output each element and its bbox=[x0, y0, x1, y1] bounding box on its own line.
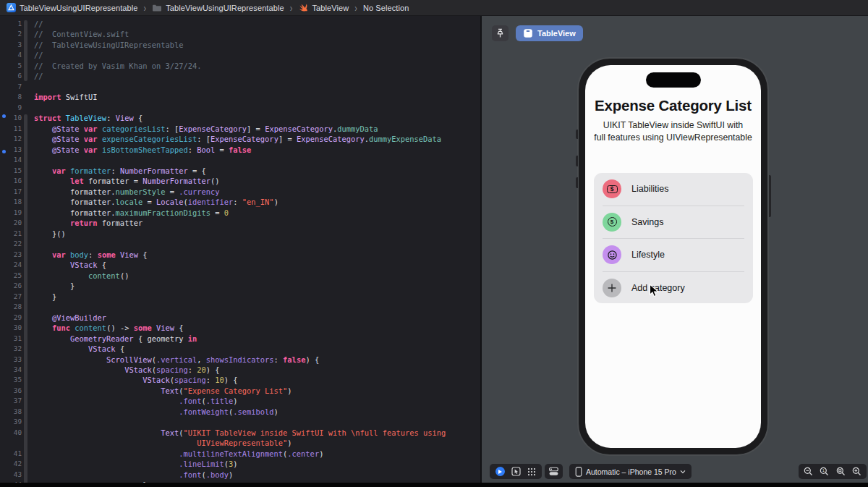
device-picker[interactable]: Automatic – iPhone 15 Pro bbox=[569, 464, 692, 479]
line-number[interactable]: 14 bbox=[0, 155, 22, 165]
breadcrumb-project[interactable]: TableViewUsingUIRepresentable bbox=[6, 3, 138, 13]
line-number[interactable]: 43 bbox=[0, 470, 22, 480]
select-cursor-icon bbox=[511, 467, 521, 476]
code-line: 18 formatter.locale = Locale(identifier:… bbox=[0, 197, 480, 207]
code-text: .fontWeight(.semibold) bbox=[34, 407, 278, 417]
line-number[interactable]: 37 bbox=[0, 396, 22, 406]
code-line: 31 GeometryReader { geometry in bbox=[0, 334, 480, 344]
line-number[interactable]: 23 bbox=[0, 250, 22, 260]
line-number[interactable]: 4 bbox=[0, 50, 22, 60]
breadcrumb-label: TableViewUsingUIRepresentable bbox=[20, 4, 138, 12]
line-number[interactable]: 40 bbox=[0, 428, 22, 438]
line-number[interactable]: 42 bbox=[0, 459, 22, 469]
line-number[interactable]: 8 bbox=[0, 92, 22, 102]
breadcrumb-group[interactable]: TableViewUsingUIRepresentable bbox=[152, 3, 284, 13]
code-line: 43 .font(.body) bbox=[0, 470, 480, 480]
play-icon bbox=[495, 467, 505, 476]
pane-divider[interactable] bbox=[480, 16, 482, 487]
preview-tab-tableview[interactable]: TableView bbox=[516, 25, 583, 41]
iphone-screen: Expense Category List UIKIT TableView in… bbox=[585, 65, 761, 448]
line-number[interactable]: 30 bbox=[0, 323, 22, 333]
code-line: 2// ContentView.swift bbox=[0, 29, 480, 39]
code-line: 16 let formatter = NumberFormatter() bbox=[0, 176, 480, 186]
line-number[interactable]: 11 bbox=[0, 124, 22, 134]
line-number[interactable]: 7 bbox=[0, 82, 22, 92]
zoom-100-button[interactable]: 1 bbox=[818, 465, 831, 478]
line-number[interactable]: 32 bbox=[0, 344, 22, 354]
canvas-device-icon bbox=[523, 28, 533, 38]
code-line: 28 bbox=[0, 302, 480, 312]
breadcrumb-selection[interactable]: No Selection bbox=[363, 4, 409, 12]
code-line: 29 @ViewBuilder bbox=[0, 313, 480, 323]
line-number[interactable]: 29 bbox=[0, 313, 22, 323]
variants-mode-button[interactable] bbox=[525, 465, 538, 478]
row-savings[interactable]: $Savings bbox=[594, 206, 753, 239]
line-number[interactable]: 21 bbox=[0, 229, 22, 239]
line-number[interactable]: 5 bbox=[0, 61, 22, 71]
selectable-mode-button[interactable] bbox=[509, 465, 522, 478]
code-text: import SwiftUI bbox=[34, 92, 98, 102]
code-text: UIViewRepresentable") bbox=[34, 438, 292, 448]
line-number[interactable]: 15 bbox=[0, 166, 22, 176]
line-number[interactable]: 9 bbox=[0, 103, 22, 113]
row-liabilities[interactable]: $Liabilities bbox=[594, 173, 753, 206]
line-number[interactable]: 34 bbox=[0, 365, 22, 375]
line-number[interactable]: 1 bbox=[0, 19, 22, 29]
dollar-circle-icon: $ bbox=[608, 217, 617, 226]
line-number[interactable]: 20 bbox=[0, 218, 22, 228]
volume-up-button bbox=[576, 156, 578, 166]
line-number[interactable]: 25 bbox=[0, 271, 22, 281]
line-number[interactable]: 12 bbox=[0, 134, 22, 144]
line-number[interactable]: 36 bbox=[0, 386, 22, 396]
zoom-out-button[interactable] bbox=[801, 465, 814, 478]
app-icon bbox=[6, 3, 16, 13]
line-number[interactable]: 24 bbox=[0, 260, 22, 270]
line-number[interactable]: 27 bbox=[0, 292, 22, 302]
device-settings-icon bbox=[548, 467, 559, 476]
bottom-strip bbox=[0, 483, 868, 487]
pin-preview-button[interactable] bbox=[492, 25, 509, 41]
code-line: 38 .fontWeight(.semibold) bbox=[0, 407, 480, 417]
line-number[interactable]: 6 bbox=[0, 71, 22, 81]
code-text: }() bbox=[34, 229, 66, 239]
line-number[interactable]: 16 bbox=[0, 176, 22, 186]
line-number[interactable]: 41 bbox=[0, 449, 22, 459]
line-number[interactable]: 33 bbox=[0, 355, 22, 365]
preview-canvas: TableView Expense Category List UIKIT Ta… bbox=[482, 16, 868, 487]
line-number[interactable]: 2 bbox=[0, 29, 22, 39]
row-add-category[interactable]: Add category bbox=[594, 272, 753, 303]
line-number[interactable]: 26 bbox=[0, 281, 22, 291]
breadcrumb-label: No Selection bbox=[363, 4, 409, 12]
breadcrumb-bar: TableViewUsingUIRepresentable›TableViewU… bbox=[0, 0, 868, 16]
line-number[interactable]: 19 bbox=[0, 208, 22, 218]
code-line: 32 VStack { bbox=[0, 344, 480, 354]
row-lifestyle[interactable]: Lifestyle bbox=[594, 239, 753, 271]
line-number[interactable]: 18 bbox=[0, 197, 22, 207]
banknote-badge: $ bbox=[603, 179, 621, 198]
code-text: struct TableView: View { bbox=[34, 113, 142, 123]
line-number[interactable]: 22 bbox=[0, 239, 22, 249]
device-settings-button[interactable] bbox=[545, 464, 563, 479]
code-text: @State var categoriesList: [ExpenseCateg… bbox=[34, 124, 378, 134]
zoom-fit-button[interactable] bbox=[834, 465, 847, 478]
code-text: .font(.title) bbox=[34, 396, 238, 406]
code-text: formatter.maximumFractionDigits = 0 bbox=[34, 208, 229, 218]
line-number[interactable]: 38 bbox=[0, 407, 22, 417]
line-number[interactable]: 35 bbox=[0, 375, 22, 385]
line-number[interactable]: 3 bbox=[0, 40, 22, 50]
code-editor[interactable]: 1//2// ContentView.swift3// TableViewUsi… bbox=[0, 16, 480, 487]
breadcrumb-file[interactable]: TableView bbox=[298, 3, 349, 13]
line-number[interactable]: 10 bbox=[0, 113, 22, 123]
line-number[interactable]: 17 bbox=[0, 187, 22, 197]
line-number[interactable]: 31 bbox=[0, 334, 22, 344]
line-number[interactable]: 39 bbox=[0, 417, 22, 427]
zoom-in-button[interactable] bbox=[851, 465, 864, 478]
breadcrumb: TableViewUsingUIRepresentable›TableViewU… bbox=[6, 3, 409, 13]
line-number[interactable] bbox=[0, 438, 22, 448]
line-number[interactable]: 13 bbox=[0, 145, 22, 155]
line-number[interactable]: 28 bbox=[0, 302, 22, 312]
breadcrumb-separator: › bbox=[290, 2, 293, 13]
code-text: func content() -> some View { bbox=[34, 323, 184, 333]
variants-grid-icon bbox=[527, 467, 536, 476]
live-preview-button[interactable] bbox=[493, 465, 506, 478]
